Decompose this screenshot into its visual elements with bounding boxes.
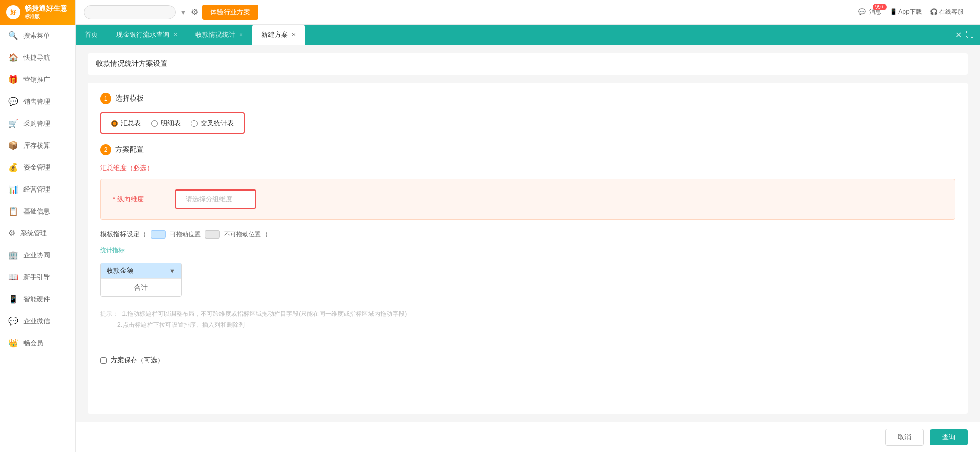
logo-icon: 好: [6, 5, 20, 19]
radio-cross[interactable]: 交叉统计表: [191, 118, 234, 128]
tips-section: 提示： 1.拖动标题栏可以调整布局，不可跨维度或指标区域拖动栏目字段(只能在同一…: [100, 308, 955, 330]
gear-icon[interactable]: ⚙: [191, 7, 198, 17]
tab-label-receipt-stats: 收款情况统计: [195, 30, 235, 39]
service-icon: 🎧: [930, 8, 938, 15]
tab-receipt-stats[interactable]: 收款情况统计×: [186, 25, 252, 45]
online-service-label: 在线客服: [939, 8, 964, 15]
logo-sub-text: 标准版: [24, 13, 67, 20]
radio-detail-input[interactable]: [151, 120, 158, 127]
dimension-label-text: 汇总维度（必选）: [100, 164, 153, 172]
sidebar-item-smart-hw[interactable]: 📱智能硬件: [0, 288, 75, 310]
tip-2: 2.点击标题栏下拉可设置排序、插入列和删除列: [100, 320, 955, 331]
tab-close-bank-flow[interactable]: ×: [174, 31, 177, 38]
sidebar-item-finance[interactable]: 💰资金管理: [0, 156, 75, 178]
sidebar: 好 畅捷通好生意 标准版 🔍搜索菜单🏠快捷导航🎁营销推广💬销售管理🛒采购管理📦库…: [0, 0, 76, 452]
sidebar-item-purchase[interactable]: 🛒采购管理: [0, 112, 75, 134]
sidebar-item-operations[interactable]: 📊经营管理: [0, 178, 75, 200]
step2-section: 2 方案配置 汇总维度（必选） * 纵向维度 —— 请选择分组维度: [100, 144, 955, 330]
sidebar-label-beginner: 新手引导: [23, 273, 50, 282]
footer: 取消 查询: [76, 422, 980, 452]
draggable-legend-box: [151, 230, 166, 239]
app-download-link[interactable]: 📱 App下载: [890, 8, 922, 16]
query-button[interactable]: 查询: [930, 429, 968, 445]
logo-text-block: 畅捷通好生意 标准版: [24, 4, 67, 20]
step2-header: 2 方案配置: [100, 144, 955, 155]
topbar-dropdown-icon[interactable]: ▼: [180, 8, 187, 16]
save-option: 方案保存（可选）: [100, 349, 955, 371]
tab-new-plan[interactable]: 新建方案×: [252, 25, 305, 45]
sidebar-icon-system: ⚙: [8, 228, 15, 238]
sidebar-item-system[interactable]: ⚙系统管理: [0, 222, 75, 244]
close-window-icon[interactable]: ✕: [955, 30, 962, 40]
sidebar-label-wechat: 企业微信: [23, 317, 50, 326]
message-wrap[interactable]: 💬 99+ 消息: [858, 8, 881, 16]
tabbar: 首页现金银行流水查询×收款情况统计×新建方案× ✕ ⛶: [76, 25, 980, 45]
template-selection-box: 汇总表 明细表 交叉统计表: [100, 112, 245, 134]
online-service-link[interactable]: 🎧 在线客服: [930, 8, 964, 16]
dimension-row-label: * 纵向维度: [113, 195, 144, 204]
step1-title: 选择模板: [115, 94, 144, 103]
industry-btn[interactable]: 体验行业方案: [202, 5, 258, 20]
dimension-select[interactable]: 请选择分组维度: [175, 189, 256, 209]
sidebar-icon-purchase: 🛒: [8, 118, 18, 128]
radio-summary-input[interactable]: [111, 120, 118, 127]
sidebar-item-member[interactable]: 👑畅会员: [0, 332, 75, 354]
sidebar-icon-smart-hw: 📱: [8, 294, 18, 304]
maximize-window-icon[interactable]: ⛶: [966, 30, 974, 39]
metrics-cell-total: 合计: [101, 278, 181, 296]
tab-label-home: 首页: [85, 30, 98, 39]
sidebar-item-quick-nav[interactable]: 🏠快捷导航: [0, 46, 75, 68]
radio-summary[interactable]: 汇总表: [111, 118, 141, 128]
sidebar-item-search-menu[interactable]: 🔍搜索菜单: [0, 25, 75, 46]
step2-badge: 2: [100, 144, 111, 155]
sidebar-item-base-info[interactable]: 📋基础信息: [0, 200, 75, 222]
tab-home[interactable]: 首页: [76, 25, 107, 45]
sidebar-item-marketing[interactable]: 🎁营销推广: [0, 68, 75, 90]
sidebar-icon-search-menu: 🔍: [8, 31, 18, 40]
sidebar-items: 🔍搜索菜单🏠快捷导航🎁营销推广💬销售管理🛒采购管理📦库存核算💰资金管理📊经营管理…: [0, 25, 75, 354]
fixed-legend-box: [205, 230, 220, 239]
save-checkbox[interactable]: [100, 357, 107, 364]
sidebar-item-beginner[interactable]: 📖新手引导: [0, 266, 75, 288]
topbar-left: ▼ ⚙ 体验行业方案: [84, 5, 258, 20]
message-icon: 💬: [858, 8, 866, 15]
sidebar-item-wechat[interactable]: 💬企业微信: [0, 310, 75, 332]
fixed-legend-label: 不可拖动位置: [224, 230, 261, 239]
sidebar-item-inventory[interactable]: 📦库存核算: [0, 134, 75, 156]
sidebar-label-member: 畅会员: [23, 339, 43, 348]
sidebar-label-enterprise: 企业协同: [23, 251, 50, 260]
dimension-placeholder: 请选择分组维度: [186, 195, 232, 203]
radio-summary-label: 汇总表: [121, 118, 141, 128]
draggable-legend-label: 可拖动位置: [170, 230, 201, 239]
content-wrapper: 收款情况统计方案设置 1 选择模板 汇总表: [76, 45, 980, 452]
sidebar-item-enterprise[interactable]: 🏢企业协同: [0, 244, 75, 266]
sidebar-item-sales[interactable]: 💬销售管理: [0, 90, 75, 112]
sidebar-icon-quick-nav: 🏠: [8, 53, 18, 62]
dimension-arrow: ——: [152, 195, 166, 203]
topbar: ▼ ⚙ 体验行业方案 💬 99+ 消息 📱 App下载 🎧 在线客服: [76, 0, 980, 25]
radio-cross-input[interactable]: [191, 120, 198, 127]
metrics-section: 模板指标设定（ 可拖动位置 不可拖动位置 ） 统计指标 收款金额 ▼: [100, 230, 955, 298]
dimension-section-label: 汇总维度（必选）: [100, 163, 955, 173]
metrics-col-header: 收款金额: [107, 266, 133, 275]
sidebar-icon-inventory: 📦: [8, 140, 18, 150]
tab-close-new-plan[interactable]: ×: [292, 31, 296, 38]
sidebar-label-smart-hw: 智能硬件: [23, 295, 50, 304]
cancel-button[interactable]: 取消: [885, 429, 924, 446]
template-radio-group: 汇总表 明细表 交叉统计表: [111, 118, 234, 128]
sidebar-label-base-info: 基础信息: [23, 207, 50, 216]
step1-section: 1 选择模板 汇总表 明细表: [100, 93, 955, 134]
tab-bank-flow[interactable]: 现金银行流水查询×: [107, 25, 186, 45]
sidebar-label-inventory: 库存核算: [23, 141, 50, 150]
metrics-header[interactable]: 收款金额 ▼: [101, 263, 181, 278]
tab-label-bank-flow: 现金银行流水查询: [116, 30, 169, 39]
logo-main-text: 畅捷通好生意: [24, 4, 67, 13]
metrics-dropdown-icon[interactable]: ▼: [169, 268, 175, 274]
tab-close-receipt-stats[interactable]: ×: [239, 31, 243, 38]
sidebar-icon-marketing: 🎁: [8, 75, 18, 84]
search-input[interactable]: [84, 5, 176, 19]
message-badge: 99+: [873, 4, 887, 10]
sidebar-logo: 好 畅捷通好生意 标准版: [0, 0, 75, 25]
radio-detail[interactable]: 明细表: [151, 118, 181, 128]
form-card: 1 选择模板 汇总表 明细表: [88, 83, 968, 414]
